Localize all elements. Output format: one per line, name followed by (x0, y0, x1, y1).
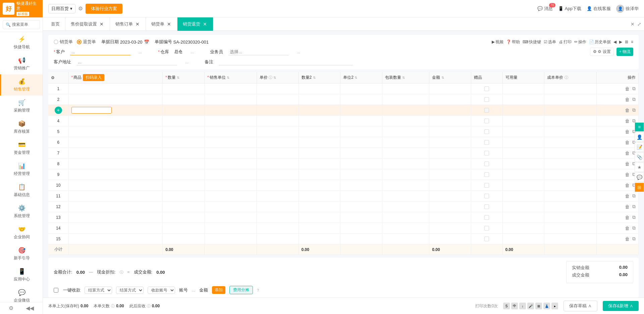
gift-checkbox[interactable] (484, 129, 489, 134)
category-select[interactable]: 日用百货 ▾ (48, 4, 75, 13)
cost-unit-cell[interactable] (544, 191, 597, 201)
qty-cell[interactable] (163, 169, 205, 180)
avail-cell[interactable] (502, 234, 544, 244)
delete-row-button[interactable]: 🗑 (625, 161, 630, 167)
sale-unit-cell[interactable] (204, 148, 257, 159)
qty-cell[interactable] (163, 126, 205, 137)
sidebar-collapse-btn[interactable]: ◀◀ (26, 305, 34, 311)
tab-sale-price-close[interactable]: ✕ (99, 22, 104, 26)
grid2-btn[interactable]: ≡ (631, 40, 633, 44)
unit-price-cell[interactable] (257, 234, 299, 244)
unit2-sort-icon[interactable]: ⇅ (355, 76, 357, 79)
sale-unit-cell[interactable] (204, 126, 257, 137)
qty2-cell[interactable] (299, 148, 340, 159)
avail-cell[interactable] (502, 201, 544, 212)
sale-unit-cell[interactable] (204, 169, 257, 180)
qty2-cell[interactable] (299, 105, 340, 116)
pkg-qty-cell[interactable] (382, 83, 429, 94)
unit2-cell[interactable] (340, 148, 382, 159)
right-btn-7[interactable]: ⊞ (635, 183, 644, 192)
copy-row-button[interactable]: ⧉ (632, 225, 636, 231)
pkg-qty-cell[interactable] (382, 137, 429, 148)
gift-checkbox[interactable] (484, 151, 489, 155)
product-cell[interactable] (68, 201, 163, 212)
pkg-qty-cell[interactable] (382, 180, 429, 191)
unit-price-cell[interactable] (257, 223, 299, 234)
unit2-cell[interactable] (340, 137, 382, 148)
qty2-cell[interactable] (299, 201, 340, 212)
product-cell[interactable] (68, 223, 163, 234)
pkg-qty-cell[interactable] (382, 191, 429, 201)
amount-cell[interactable] (429, 83, 471, 94)
gift-checkbox[interactable] (484, 119, 489, 123)
sale-unit-cell[interactable] (204, 234, 257, 244)
right-btn-1[interactable]: ≡ (635, 122, 644, 132)
copy-row-button[interactable]: ⧉ (632, 236, 636, 242)
product-cell[interactable] (68, 234, 163, 244)
qty2-cell[interactable] (299, 212, 340, 223)
qty-sort-icon[interactable]: ⇅ (177, 76, 179, 79)
qty2-cell[interactable] (299, 169, 340, 180)
amount-cell[interactable] (429, 94, 471, 105)
copy-row-button[interactable]: ⧉ (632, 214, 636, 220)
qty-cell[interactable] (163, 212, 205, 223)
delete-row-button[interactable]: 🗑 (625, 172, 630, 177)
tab-sale-return[interactable]: 销货退货 ✕ (177, 17, 213, 31)
sidebar-item-newbie[interactable]: 🎯 新手引导 (0, 243, 43, 264)
product-input-active[interactable] (71, 107, 112, 114)
delete-row-button[interactable]: 🗑 (625, 193, 630, 199)
tab-close-all-btn[interactable]: ✕ (631, 21, 635, 27)
cost-unit-cell[interactable] (544, 223, 597, 234)
delete-row-button[interactable]: 🗑 (625, 97, 630, 102)
unit2-cell[interactable] (340, 83, 382, 94)
unit-price-cell[interactable] (257, 94, 299, 105)
qty2-sort-icon[interactable]: ⇅ (313, 76, 316, 79)
add-payment-button[interactable]: 添加 (212, 286, 225, 294)
sidebar-item-system[interactable]: ⚙️ 系统管理 (0, 201, 43, 222)
amount-cell[interactable] (429, 180, 471, 191)
qty2-cell[interactable] (299, 191, 340, 201)
sidebar-item-marketing[interactable]: 📢 营销推广 (0, 53, 43, 74)
cost-unit-cell[interactable] (544, 234, 597, 244)
sale-unit-cell[interactable] (204, 116, 257, 126)
gift-checkbox[interactable] (484, 172, 489, 177)
trial-plan-button[interactable]: 体验行业方案 (86, 4, 122, 14)
sidebar-item-operations[interactable]: 📊 经营管理 (0, 159, 43, 180)
cost-unit-cell[interactable] (544, 116, 597, 126)
qty-cell[interactable] (163, 191, 205, 201)
unit-price-cell[interactable] (257, 83, 299, 94)
app-download-button[interactable]: 📱 App下载 (558, 6, 581, 12)
gift-checkbox[interactable] (484, 226, 489, 231)
sidebar-item-inventory[interactable]: 📦 库存核算 (0, 117, 43, 138)
tab-expand-btn[interactable]: ⤢ (637, 21, 641, 27)
amount-cell[interactable] (429, 126, 471, 137)
qty-cell[interactable] (163, 234, 205, 244)
copy-row-button[interactable]: ⧉ (632, 97, 636, 102)
qty2-cell[interactable] (299, 137, 340, 148)
sale-unit-cell[interactable] (204, 105, 257, 116)
account-select[interactable]: 收款账号 (148, 287, 175, 294)
qty2-cell[interactable] (299, 126, 340, 137)
pkg-qty-cell[interactable] (382, 169, 429, 180)
product-cell[interactable] (68, 212, 163, 223)
gift-checkbox[interactable] (484, 204, 489, 209)
sidebar-item-quick-nav[interactable]: ⚡ 快捷导航 (0, 32, 43, 53)
tab-home[interactable]: 首页 (46, 17, 65, 31)
sidebar-item-finance[interactable]: 💳 资金管理 (0, 138, 43, 159)
cost-unit-cell[interactable] (544, 159, 597, 169)
sale-unit-cell[interactable] (204, 94, 257, 105)
unit-price-sort-icon[interactable]: ⇅ (273, 76, 276, 79)
gift-checkbox[interactable] (484, 237, 489, 241)
unit-price-cell[interactable] (257, 148, 299, 159)
right-btn-6[interactable]: 💬 (635, 173, 644, 182)
avail-cell[interactable] (502, 191, 544, 201)
online-service-button[interactable]: 👤 在线客服 (587, 6, 611, 12)
sidebar-item-enterprise[interactable]: 🤝 企业协同 (0, 222, 43, 243)
cost-unit-cell[interactable] (544, 105, 597, 116)
sidebar-item-purchase[interactable]: 🛒 采购管理 (0, 96, 43, 117)
amount-cell[interactable] (429, 169, 471, 180)
avail-cell[interactable] (502, 94, 544, 105)
amount-cell[interactable] (429, 191, 471, 201)
avail-cell[interactable] (502, 148, 544, 159)
message-button[interactable]: 💬 消息 70 (537, 6, 553, 12)
